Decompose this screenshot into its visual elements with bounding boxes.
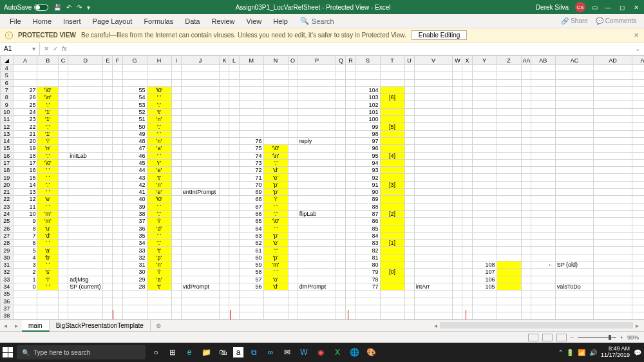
cell[interactable]: 'p' — [263, 254, 288, 261]
cell[interactable] — [531, 254, 555, 261]
cell[interactable] — [414, 108, 453, 115]
cell[interactable] — [497, 305, 521, 312]
cell[interactable] — [103, 305, 113, 312]
row-header[interactable]: 21 — [1, 189, 14, 196]
cell[interactable] — [336, 65, 346, 72]
cell[interactable]: intArr — [414, 283, 453, 290]
cell[interactable] — [521, 145, 531, 152]
cell[interactable] — [336, 123, 346, 130]
cell[interactable] — [220, 240, 229, 247]
row-header[interactable]: 13 — [1, 130, 14, 137]
cell[interactable] — [220, 123, 229, 130]
cell[interactable] — [113, 225, 122, 232]
cell[interactable] — [472, 101, 497, 108]
cell[interactable] — [113, 130, 122, 137]
cell[interactable]: 96 — [355, 145, 380, 152]
cell[interactable]: 92 — [355, 174, 380, 181]
cell[interactable] — [594, 152, 632, 159]
cell[interactable] — [113, 123, 122, 130]
cell[interactable] — [404, 79, 414, 86]
cell[interactable] — [497, 101, 521, 108]
cell[interactable] — [531, 123, 555, 130]
cell[interactable] — [555, 305, 594, 312]
cell[interactable]: 63 — [239, 232, 263, 239]
cell[interactable] — [555, 232, 594, 239]
cell[interactable]: 26 — [13, 94, 37, 101]
cell[interactable] — [229, 130, 239, 137]
cell[interactable] — [220, 283, 229, 290]
cell[interactable] — [229, 145, 239, 152]
cell[interactable]: 44 — [122, 167, 147, 174]
cell[interactable] — [380, 86, 404, 93]
cell[interactable] — [472, 130, 497, 137]
cell[interactable] — [380, 130, 404, 137]
cell[interactable] — [521, 254, 531, 261]
col-header[interactable]: G — [122, 56, 147, 65]
cell[interactable] — [472, 225, 497, 232]
cell[interactable] — [346, 65, 355, 72]
cell[interactable] — [181, 247, 220, 254]
cell[interactable] — [171, 167, 181, 174]
cell[interactable] — [453, 130, 462, 137]
cell[interactable] — [181, 269, 220, 276]
cell[interactable] — [380, 291, 404, 298]
cell[interactable]: ':' — [147, 101, 171, 108]
cell[interactable] — [220, 210, 229, 217]
cell[interactable]: [1] — [380, 240, 404, 247]
cell[interactable] — [404, 196, 414, 203]
cell[interactable] — [594, 94, 632, 101]
cell[interactable] — [521, 189, 531, 196]
cell[interactable] — [531, 116, 555, 123]
cell[interactable]: 'p' — [263, 232, 288, 239]
cell[interactable] — [380, 232, 404, 239]
cell[interactable] — [229, 137, 239, 144]
cell[interactable] — [346, 181, 355, 188]
cell[interactable] — [37, 291, 59, 298]
cell[interactable]: 86 — [355, 218, 380, 225]
cell[interactable] — [220, 65, 229, 72]
cell[interactable] — [594, 196, 632, 203]
cell[interactable]: 66 — [239, 210, 263, 217]
cell[interactable] — [171, 262, 181, 269]
cell[interactable] — [58, 189, 68, 196]
cell[interactable] — [171, 247, 181, 254]
row-header[interactable]: 8 — [1, 94, 14, 101]
cell[interactable] — [632, 269, 644, 276]
cell[interactable] — [336, 283, 346, 290]
cell[interactable] — [58, 167, 68, 174]
cell[interactable]: ' ' — [147, 94, 171, 101]
cell[interactable] — [263, 65, 288, 72]
cell[interactable] — [58, 305, 68, 312]
cell[interactable] — [404, 159, 414, 166]
cell[interactable] — [229, 72, 239, 79]
cell[interactable] — [229, 167, 239, 174]
cell[interactable]: 'p' — [263, 189, 288, 196]
cell[interactable] — [453, 240, 462, 247]
cell[interactable] — [298, 247, 336, 254]
col-header[interactable]: D — [68, 56, 103, 65]
cell[interactable] — [336, 298, 346, 305]
cell[interactable] — [346, 240, 355, 247]
cell[interactable]: vtdPrompt — [181, 283, 220, 290]
cell[interactable] — [229, 291, 239, 298]
cell[interactable] — [288, 94, 298, 101]
cell[interactable]: SP (current) — [68, 283, 103, 290]
cell[interactable] — [531, 283, 555, 290]
cell[interactable] — [521, 174, 531, 181]
cell[interactable] — [229, 262, 239, 269]
cell[interactable]: 'm' — [263, 262, 288, 269]
cell[interactable] — [68, 298, 103, 305]
cell[interactable] — [594, 189, 632, 196]
cell[interactable]: 102 — [355, 101, 380, 108]
cell[interactable] — [346, 305, 355, 312]
cell[interactable] — [288, 174, 298, 181]
cell[interactable] — [380, 254, 404, 261]
row-header[interactable]: 27 — [1, 232, 14, 239]
cell[interactable] — [472, 312, 497, 319]
col-header[interactable]: A — [13, 56, 37, 65]
cell[interactable] — [594, 137, 632, 144]
cell[interactable] — [594, 232, 632, 239]
cell[interactable] — [380, 159, 404, 166]
cell[interactable]: ← — [531, 262, 555, 269]
cell[interactable] — [288, 65, 298, 72]
